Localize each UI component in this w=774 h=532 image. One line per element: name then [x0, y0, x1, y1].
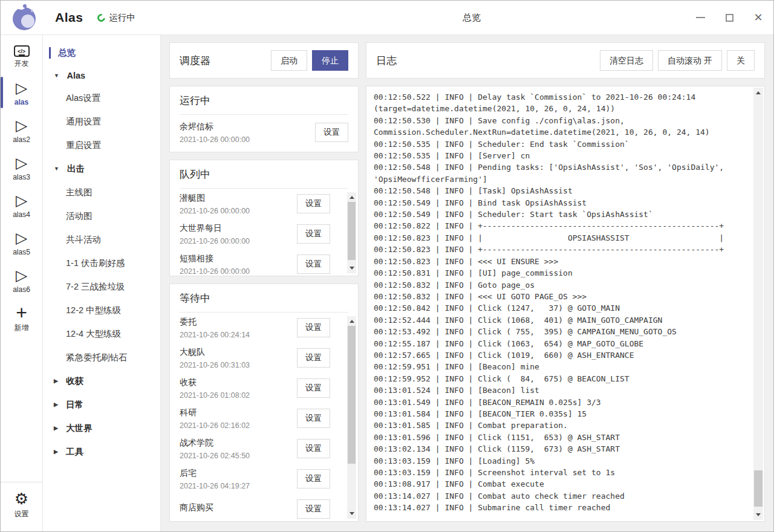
maximize-button[interactable] — [724, 12, 735, 23]
task-settings-button[interactable]: 设置 — [297, 469, 330, 488]
rail-item-label: alas5 — [13, 248, 30, 256]
nav-item[interactable]: 收获 — [43, 369, 160, 393]
log-line: 00:12:50.823 | INFO | +-----------------… — [374, 244, 747, 255]
rail-item-label: alas3 — [13, 173, 30, 181]
nav-item-label: Alas设置 — [66, 93, 100, 103]
waiting-task-list: 委托 2021-10-26 00:24:14 设置 大舰队 2021-10-26… — [180, 313, 348, 522]
nav-item[interactable]: 重启设置 — [43, 134, 160, 157]
rail-item-icon — [14, 45, 30, 57]
task-name: 大世界每日 — [180, 223, 297, 234]
maximize-icon — [726, 14, 733, 22]
task-row: 科研 2021-10-26 02:16:02 设置 — [180, 403, 330, 433]
rail-item[interactable]: alas6 — [1, 261, 42, 299]
log-line: (target=datetime.datetime(2021, 10, 26, … — [374, 103, 747, 114]
rail-item[interactable]: alas5 — [1, 224, 42, 261]
task-settings-button[interactable]: 设置 — [297, 224, 330, 244]
task-info: 商店购买 — [180, 502, 297, 516]
task-name: 战术学院 — [180, 438, 297, 449]
clear-log-button[interactable]: 清空日志 — [600, 50, 653, 71]
task-settings-button[interactable]: 设置 — [297, 409, 330, 428]
scrollbar-thumb[interactable] — [754, 470, 763, 507]
task-name: 短猫相接 — [180, 253, 297, 264]
log-line: 00:12:50.832 | INFO | <<< UI GOTO PAGE_O… — [374, 291, 747, 302]
log-line: 00:13:01.524 | INFO | [Beacon] list — [374, 384, 747, 396]
rail-item[interactable]: alas — [1, 74, 42, 111]
collapse-log-button[interactable]: 关 — [727, 50, 755, 71]
rail-item[interactable]: 开发 — [1, 40, 42, 74]
task-row: 大舰队 2021-10-26 00:31:03 设置 — [180, 343, 330, 373]
rail-item[interactable]: alas2 — [1, 111, 42, 149]
task-settings-button[interactable]: 设置 — [315, 123, 348, 142]
scheduler-title: 调度器 — [180, 54, 210, 68]
task-row: 后宅 2021-10-26 04:19:27 设置 — [180, 464, 330, 494]
task-next-run-time: 2021-10-26 00:00:00 — [180, 237, 297, 245]
log-line: 00:12:50.842 | INFO | Click (1247, 37) @… — [374, 302, 747, 314]
rail-item-label: 设置 — [15, 509, 29, 519]
nav-item[interactable]: Alas设置 — [43, 86, 160, 110]
scroll-down-icon[interactable] — [756, 513, 761, 516]
scheduler-stop-button[interactable]: 停止 — [312, 50, 348, 71]
rail-item[interactable]: alas4 — [1, 186, 42, 224]
nav-item[interactable]: 总览 — [43, 41, 160, 65]
scrollbar-thumb[interactable] — [348, 326, 356, 464]
task-info: 科研 2021-10-26 02:16:02 — [180, 407, 297, 430]
log-scrollbar[interactable] — [753, 88, 763, 520]
nav-item[interactable]: 12-2 中型练级 — [43, 299, 160, 322]
scrollbar-thumb[interactable] — [348, 202, 356, 260]
task-settings-button[interactable]: 设置 — [297, 348, 330, 368]
scroll-down-icon[interactable] — [350, 267, 354, 270]
nav-item[interactable]: 日常 — [43, 393, 160, 417]
scroll-up-icon[interactable] — [756, 91, 761, 94]
nav-item[interactable]: 1-1 伏击刷好感 — [43, 251, 160, 275]
nav-item-label: 大世界 — [66, 423, 93, 433]
nav-item[interactable]: 共斗活动 — [43, 228, 160, 251]
nav-item[interactable]: 12-4 大型练级 — [43, 322, 160, 346]
scheduler-start-button[interactable]: 启动 — [271, 50, 307, 71]
scroll-up-icon[interactable] — [350, 320, 354, 323]
nav-item[interactable]: 工具 — [43, 440, 160, 464]
pending-scrollbar[interactable] — [347, 192, 356, 273]
rail-bottom: 设置 — [1, 482, 42, 531]
log-line: 00:12:59.951 | INFO | [Beacon] mine — [374, 361, 747, 372]
task-settings-button[interactable]: 设置 — [297, 318, 330, 337]
log-line: 00:12:50.522 | INFO | Delay task `Commis… — [374, 91, 747, 103]
nav-item[interactable]: 主线图 — [43, 181, 160, 204]
running-section: 运行中 余烬信标 2021-10-26 00:00:00 设置 — [169, 86, 359, 152]
rail-item[interactable]: 新增 — [1, 299, 42, 338]
log-line: 00:12:50.535 | INFO | Scheduler: End tas… — [374, 138, 747, 150]
nav-item[interactable]: 出击 — [43, 157, 160, 181]
running-section-title: 运行中 — [180, 94, 348, 115]
nav-item-label: 共斗活动 — [66, 235, 101, 244]
task-settings-button[interactable]: 设置 — [297, 378, 330, 398]
instance-rail: 开发 alas alas2 alas3 — [1, 35, 43, 531]
task-settings-button[interactable]: 设置 — [297, 255, 330, 274]
task-settings-button[interactable]: 设置 — [297, 499, 330, 519]
task-info: 后宅 2021-10-26 04:19:27 — [180, 468, 297, 490]
waiting-scrollbar[interactable] — [347, 316, 356, 519]
waiting-section-title: 等待中 — [180, 291, 348, 313]
nav-item[interactable]: 紧急委托刷钻石 — [43, 346, 160, 369]
scroll-up-icon[interactable] — [350, 196, 354, 199]
log-line: 00:13:01.549 | INFO | [BEACON_REMAIN 0.0… — [374, 397, 747, 408]
rail-item-list: 开发 alas alas2 alas3 — [1, 40, 42, 338]
nav-item-label: 总览 — [58, 48, 76, 57]
window-controls: ✕ — [695, 12, 764, 23]
nav-item[interactable]: 7-2 三战捡垃圾 — [43, 275, 160, 299]
rail-item-settings[interactable]: 设置 — [1, 485, 42, 524]
minimize-button[interactable] — [695, 12, 706, 23]
rail-item[interactable]: alas3 — [1, 149, 42, 186]
log-line: 00:12:50.832 | INFO | Goto page_os — [374, 279, 747, 291]
scroll-down-icon[interactable] — [350, 512, 354, 515]
log-line: 00:12:50.823 | INFO | | OPSIASHASSIST | — [374, 232, 747, 244]
log-line: 00:13:01.584 | INFO | [BEACON_TIER 0.035… — [374, 408, 747, 420]
nav-item[interactable]: 通用设置 — [43, 110, 160, 134]
nav-item[interactable]: Alas — [43, 65, 160, 86]
nav-item[interactable]: 大世界 — [43, 417, 160, 440]
close-button[interactable]: ✕ — [753, 12, 764, 23]
task-settings-button[interactable]: 设置 — [297, 439, 330, 458]
task-name: 委托 — [180, 317, 297, 328]
log-line: 00:12:50.822 | INFO | +-----------------… — [374, 220, 747, 232]
task-settings-button[interactable]: 设置 — [297, 194, 330, 213]
autoscroll-toggle-button[interactable]: 自动滚动 开 — [658, 50, 722, 71]
nav-item[interactable]: 活动图 — [43, 204, 160, 228]
